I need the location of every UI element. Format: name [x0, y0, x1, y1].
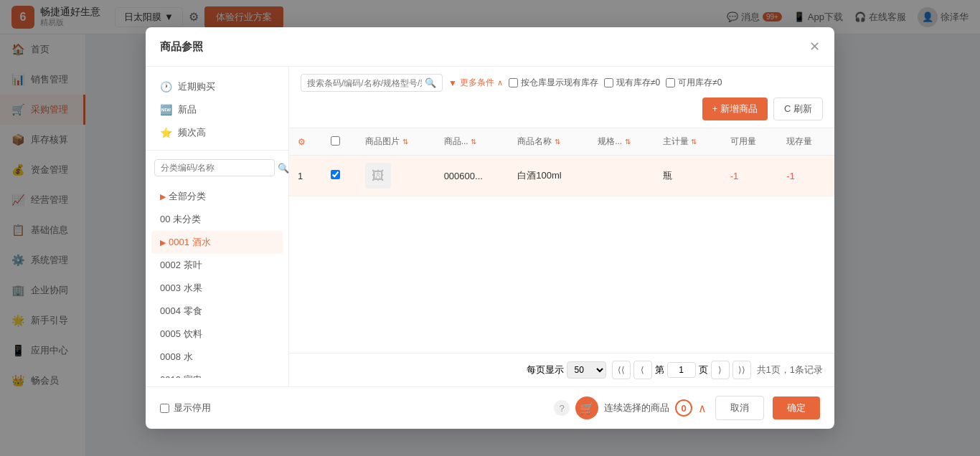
- dialog-body: 🕐 近期购买 🆕 新品 ⭐ 频次高 🔍: [146, 67, 834, 386]
- dialog-footer: 显示停用 ? 🛒 连续选择的商品 0 ∧ 取消 确定: [146, 386, 834, 429]
- help-icon[interactable]: ?: [554, 400, 570, 416]
- col-name-label: 商品名称: [517, 136, 552, 146]
- dialog-header: 商品参照 ✕: [146, 27, 834, 67]
- sort-arrows-spec: ⇅: [625, 138, 631, 146]
- page-next-button[interactable]: ⟩: [711, 361, 730, 379]
- filter-nonzero-stock[interactable]: 现有库存≠0: [604, 77, 660, 89]
- row-checkbox-cell[interactable]: [322, 156, 357, 196]
- col-spec[interactable]: 规格... ⇅: [589, 128, 654, 156]
- filter-available-checkbox[interactable]: [666, 78, 675, 87]
- col-settings[interactable]: ⚙: [289, 128, 322, 156]
- cart-count: 0: [675, 399, 692, 417]
- row-checkbox[interactable]: [331, 170, 340, 179]
- filter-freq-label: 频次高: [178, 126, 206, 139]
- category-0001-label: 0001 酒水: [169, 236, 211, 249]
- page-nav-buttons: ⟨⟨ ⟨ 第 页 ⟩ ⟩⟩: [612, 361, 751, 379]
- product-search-input[interactable]: [307, 78, 422, 88]
- filter-warehouse-label: 按仓库显示现有库存: [521, 77, 598, 89]
- row-name-cell: 白酒100ml: [509, 156, 589, 196]
- per-page-dropdown[interactable]: 50 100 200: [567, 361, 606, 379]
- category-all-label: 全部分类: [169, 190, 206, 203]
- col-code[interactable]: 商品... ⇅: [435, 128, 509, 156]
- cart-icon[interactable]: 🛒: [575, 396, 598, 419]
- page-prev-button[interactable]: ⟨: [633, 361, 652, 379]
- category-item-0003[interactable]: 0003 水果: [151, 277, 283, 300]
- col-name[interactable]: 商品名称 ⇅: [509, 128, 589, 156]
- filter-high-frequency[interactable]: ⭐ 频次高: [154, 121, 280, 144]
- category-item-0010[interactable]: 0010 家电: [151, 369, 283, 378]
- pagination: 每页显示 50 100 200 ⟨⟨ ⟨ 第 页 ⟩: [289, 353, 834, 386]
- row-image-cell: 🖼: [357, 156, 435, 196]
- show-disabled-checkbox-label[interactable]: 显示停用: [160, 402, 211, 414]
- show-disabled-checkbox[interactable]: [160, 404, 169, 413]
- page-number-input[interactable]: [667, 362, 696, 378]
- table-header-row: ⚙ 商品图片 ⇅ 商品... ⇅: [289, 128, 834, 156]
- col-spec-label: 规格...: [598, 136, 622, 146]
- show-disabled-label: 显示停用: [174, 402, 211, 414]
- filter-recent-purchase[interactable]: 🕐 近期购买: [154, 75, 280, 98]
- category-item-0002[interactable]: 0002 茶叶: [151, 254, 283, 277]
- add-product-button[interactable]: + 新增商品: [702, 98, 768, 120]
- page-total-info: 共1页，1条记录: [757, 364, 823, 376]
- page-first-button[interactable]: ⟨⟨: [612, 361, 631, 379]
- row-stock-cell: -1: [778, 156, 834, 196]
- table-row[interactable]: 1 🖼 000600... 白酒100ml 瓶 -1 -1: [289, 156, 834, 196]
- refresh-button[interactable]: C 刷新: [773, 98, 823, 120]
- category-item-0004[interactable]: 0004 零食: [151, 300, 283, 323]
- category-item-0005[interactable]: 0005 饮料: [151, 323, 283, 346]
- row-index: 1: [289, 156, 322, 196]
- confirm-button[interactable]: 确定: [773, 396, 820, 419]
- category-item-all[interactable]: ▶ 全部分类: [151, 185, 283, 208]
- product-search-icon[interactable]: 🔍: [425, 77, 436, 88]
- page-word: 第: [655, 364, 664, 376]
- more-filter-button[interactable]: ▼ 更多条件 ∧: [448, 77, 503, 89]
- col-image-label: 商品图片: [365, 136, 400, 146]
- filter-recent-label: 近期购买: [178, 80, 215, 93]
- footer-cart: ? 🛒 连续选择的商品 0 ∧: [554, 396, 707, 419]
- filter-nonzero-checkbox[interactable]: [604, 78, 613, 87]
- filter-warehouse-checkbox[interactable]: [509, 78, 518, 87]
- category-list: ▶ 全部分类 00 未分类 ▶ 0001 酒水 0002 茶叶 0003 水果: [146, 185, 288, 378]
- filter-nonzero-available[interactable]: 可用库存≠0: [666, 77, 722, 89]
- product-table: ⚙ 商品图片 ⇅ 商品... ⇅: [289, 128, 834, 196]
- category-0010-label: 0010 家电: [160, 374, 202, 378]
- new-icon: 🆕: [160, 104, 172, 115]
- category-search-icon[interactable]: 🔍: [278, 163, 289, 174]
- category-unclassified-label: 00 未分类: [160, 213, 201, 226]
- quick-filters: 🕐 近期购买 🆕 新品 ⭐ 频次高: [146, 75, 288, 144]
- category-item-unclassified[interactable]: 00 未分类: [151, 208, 283, 231]
- category-item-0001[interactable]: ▶ 0001 酒水: [151, 231, 283, 254]
- product-reference-dialog: 商品参照 ✕ 🕐 近期购买 🆕 新品 ⭐ 频次高: [146, 27, 834, 429]
- filter-new-products[interactable]: 🆕 新品: [154, 98, 280, 121]
- collapse-footer-icon[interactable]: ∧: [698, 402, 707, 415]
- product-search-box: 🔍: [301, 74, 443, 92]
- filter-new-label: 新品: [178, 103, 197, 116]
- row-unit-cell: 瓶: [654, 156, 722, 196]
- col-image[interactable]: 商品图片 ⇅: [357, 128, 435, 156]
- dialog-overlay: 商品参照 ✕ 🕐 近期购买 🆕 新品 ⭐ 频次高: [0, 0, 980, 456]
- per-page-label: 每页显示: [527, 364, 564, 376]
- category-item-0008[interactable]: 0008 水: [151, 346, 283, 369]
- filter-nonzero-label: 现有库存≠0: [616, 77, 660, 89]
- category-search: 🔍: [146, 156, 288, 179]
- page-last-button[interactable]: ⟩⟩: [732, 361, 751, 379]
- sort-arrows-image: ⇅: [402, 138, 408, 146]
- page-unit: 页: [699, 364, 708, 376]
- select-all-checkbox[interactable]: [331, 136, 340, 146]
- sort-arrows-name: ⇅: [555, 138, 560, 146]
- category-0005-label: 0005 饮料: [160, 328, 202, 341]
- filter-chevron-icon: ∧: [497, 78, 503, 87]
- col-stock: 现存量: [778, 128, 834, 156]
- dialog-close-button[interactable]: ✕: [809, 39, 820, 54]
- filter-by-warehouse[interactable]: 按仓库显示现有库存: [509, 77, 598, 89]
- col-unit[interactable]: 主计量 ⇅: [654, 128, 722, 156]
- category-search-input[interactable]: [154, 159, 275, 176]
- category-0003-label: 0003 水果: [160, 282, 202, 295]
- dialog-title: 商品参照: [160, 40, 203, 54]
- category-0004-label: 0004 零食: [160, 305, 202, 318]
- dialog-left-panel: 🕐 近期购买 🆕 新品 ⭐ 频次高 🔍: [146, 67, 289, 386]
- col-checkbox[interactable]: [322, 128, 357, 156]
- continuous-label: 连续选择的商品: [604, 402, 669, 414]
- filter-available-label: 可用库存≠0: [678, 77, 722, 89]
- cancel-button[interactable]: 取消: [715, 396, 764, 420]
